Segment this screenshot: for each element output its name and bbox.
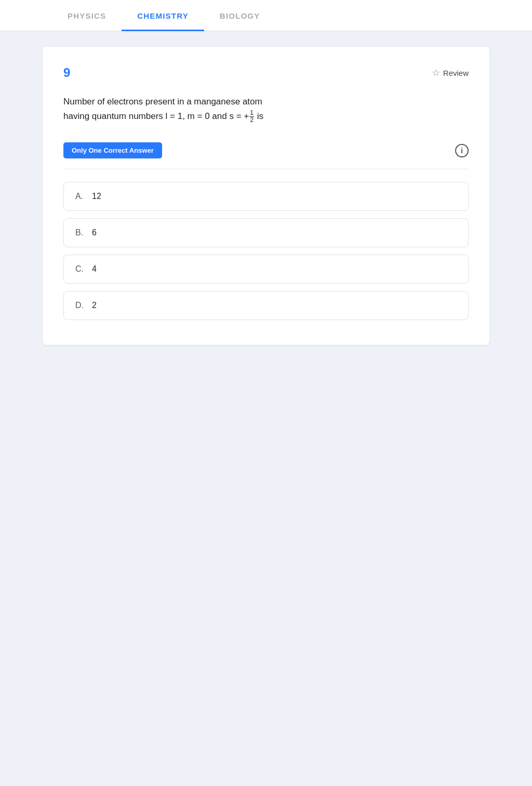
option-b-label: B. (75, 228, 92, 237)
main-card: 9 ☆ Review Number of electrons present i… (43, 47, 489, 345)
star-icon: ☆ (432, 67, 440, 78)
tab-physics[interactable]: PHYSICS (52, 0, 122, 31)
fraction: 12 (249, 110, 254, 124)
question-text: Number of electrons present in a mangane… (63, 95, 469, 124)
option-c-value: 4 (92, 264, 97, 274)
question-line2: having quantum numbers l = 1, m = 0 and … (63, 111, 249, 121)
page-wrapper: PHYSICS CHEMISTRY BIOLOGY 9 ☆ Review Num… (0, 0, 532, 786)
option-c-label: C. (75, 264, 92, 274)
option-c[interactable]: C. 4 (63, 255, 469, 284)
info-icon[interactable]: i (455, 144, 469, 157)
options-list: A. 12 B. 6 C. 4 D. 2 (63, 182, 469, 320)
option-d-label: D. (75, 301, 92, 310)
tab-bar: PHYSICS CHEMISTRY BIOLOGY (0, 0, 532, 31)
tab-biology[interactable]: BIOLOGY (204, 0, 276, 31)
option-b[interactable]: B. 6 (63, 218, 469, 247)
fraction-numerator: 1 (249, 110, 254, 117)
option-d[interactable]: D. 2 (63, 291, 469, 320)
option-a-value: 12 (92, 192, 101, 201)
option-a[interactable]: A. 12 (63, 182, 469, 211)
question-line1: Number of electrons present in a mangane… (63, 97, 262, 106)
option-d-value: 2 (92, 301, 97, 310)
fraction-denominator: 2 (249, 117, 254, 124)
tab-chemistry[interactable]: CHEMISTRY (122, 0, 204, 31)
divider (63, 169, 469, 169)
question-header: 9 ☆ Review (63, 65, 469, 80)
option-b-value: 6 (92, 228, 97, 237)
badge-row: Only One Correct Answer i (63, 142, 469, 158)
only-one-correct-badge: Only One Correct Answer (63, 142, 162, 158)
review-label: Review (443, 69, 469, 77)
question-number: 9 (63, 65, 70, 80)
review-button[interactable]: ☆ Review (432, 67, 469, 78)
option-a-label: A. (75, 192, 92, 201)
question-suffix: is (255, 111, 263, 121)
